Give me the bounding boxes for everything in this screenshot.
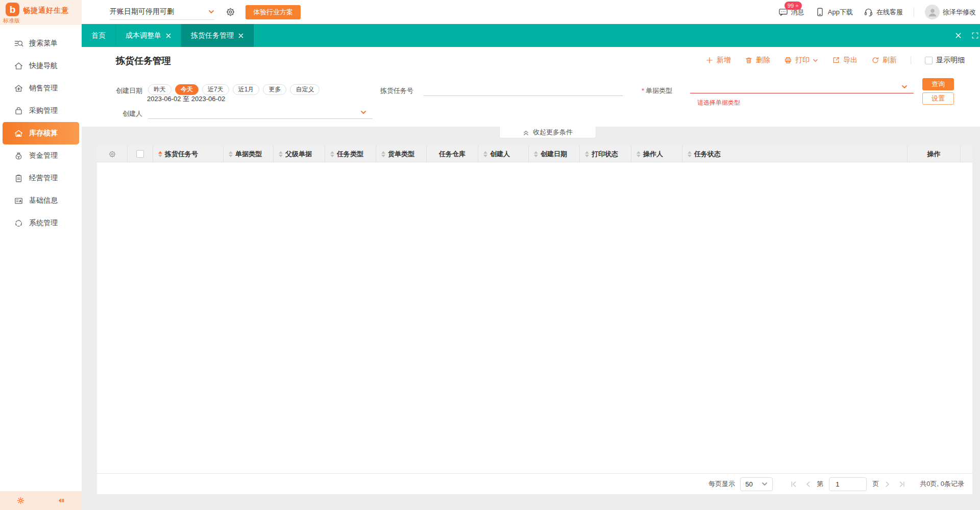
settings-gear-icon[interactable] (16, 496, 25, 505)
sort-icon[interactable] (585, 151, 589, 157)
sidebar-item-base-info[interactable]: 基础信息 (0, 189, 82, 212)
column-config-cell (97, 146, 128, 162)
tab-label: 成本调整单 (126, 31, 161, 40)
logo-block: b 畅捷通好生意 标准版 (0, 0, 82, 25)
sidebar-item-quick-nav[interactable]: 快捷导航 (0, 55, 82, 77)
settings-button[interactable]: 设置 (922, 92, 954, 105)
header-warehouse[interactable]: 任务仓库 (427, 146, 478, 162)
collapse-conditions-button[interactable]: 收起更多条件 (499, 127, 596, 138)
tabbar: 首页 成本调整单 拣货任务管理 (82, 24, 980, 47)
table-header: 拣货任务号 单据类型 父级单据 任务类型 (97, 146, 972, 162)
sort-icon[interactable] (534, 151, 538, 157)
online-support-button[interactable]: 在线客服 (864, 7, 903, 17)
header-creator[interactable]: 创建人 (478, 146, 529, 162)
header-task-status[interactable]: 任务状态 (682, 146, 908, 162)
header-operator[interactable]: 操作人 (631, 146, 682, 162)
shopping-bag-icon (14, 106, 23, 116)
sort-icon[interactable] (483, 151, 487, 157)
tab-home[interactable]: 首页 (82, 24, 116, 47)
sidebar-item-system[interactable]: 系统管理 (0, 212, 82, 234)
sidebar-item-sales[interactable]: 销售管理 (0, 77, 82, 100)
task-no-input[interactable] (424, 83, 623, 93)
range-7days[interactable]: 近7天 (202, 84, 229, 95)
sidebar-item-label: 销售管理 (29, 84, 58, 93)
account-set-select[interactable]: 开账日期可停用可删 (110, 5, 214, 20)
sidebar-item-funds[interactable]: 资金管理 (0, 144, 82, 167)
close-icon[interactable] (166, 33, 171, 38)
first-page-icon[interactable] (790, 480, 797, 488)
brand-name: 畅捷通好生意 (23, 6, 69, 15)
sidebar-item-inventory[interactable]: 库存核算 (3, 122, 79, 144)
page-number-input[interactable]: 1 (829, 477, 867, 491)
refresh-button[interactable]: 刷新 (871, 56, 897, 65)
search-button[interactable]: 查询 (922, 78, 954, 90)
export-button[interactable]: 导出 (832, 56, 857, 65)
sidebar-item-label: 快捷导航 (29, 61, 58, 70)
creator-select[interactable] (148, 106, 373, 119)
tab-picking-task[interactable]: 拣货任务管理 (181, 24, 254, 47)
sort-icon[interactable] (279, 151, 283, 157)
page-number-value: 1 (836, 480, 839, 488)
header-task-no[interactable]: 拣货任务号 (153, 146, 224, 162)
show-detail-checkbox[interactable] (925, 57, 933, 64)
tab-label: 首页 (91, 31, 106, 40)
doc-type-select[interactable] (690, 80, 914, 93)
sidebar-item-purchase[interactable]: 采购管理 (0, 100, 82, 122)
range-yesterday[interactable]: 昨天 (148, 84, 172, 95)
column-config-gear-icon[interactable] (108, 150, 116, 158)
pagination: 每页显示 50 第 1 页 共0页, 0条记录 (97, 473, 972, 494)
last-page-icon[interactable] (898, 480, 906, 488)
gear-icon[interactable] (226, 7, 235, 17)
header-task-type[interactable]: 任务类型 (325, 146, 376, 162)
tab-label: 拣货任务管理 (191, 31, 234, 40)
sort-icon[interactable] (636, 151, 641, 157)
print-button[interactable]: 打印 (784, 56, 818, 65)
trial-plan-button[interactable]: 体验行业方案 (246, 5, 301, 19)
range-custom[interactable]: 自定义 (290, 84, 320, 95)
content: 拣货任务管理 新增 删除 打印 (82, 47, 980, 510)
user-menu[interactable]: 徐泽华修改 (925, 5, 976, 19)
sort-icon[interactable] (381, 151, 385, 157)
topbar-right: 99 + 消息 App下载 在线客服 徐泽华修改 (778, 5, 980, 19)
date-range-value[interactable]: 2023-06-02 至 2023-06-02 (147, 94, 225, 104)
close-all-tabs-icon[interactable] (954, 32, 962, 39)
per-page-select[interactable]: 50 (740, 477, 773, 491)
range-today[interactable]: 今天 (175, 84, 199, 95)
header-doc-type[interactable]: 单据类型 (224, 146, 274, 162)
refresh-icon (871, 56, 879, 64)
select-all-cell (128, 146, 153, 162)
delete-button[interactable]: 删除 (745, 56, 770, 65)
tab-cost-adjust[interactable]: 成本调整单 (116, 24, 181, 47)
header-create-date[interactable]: 创建日期 (529, 146, 580, 162)
required-asterisk: * (642, 87, 644, 94)
sort-icon[interactable] (688, 151, 692, 157)
close-icon[interactable] (238, 33, 243, 38)
printer-icon (784, 56, 792, 64)
show-detail-label: 显示明细 (936, 56, 965, 65)
messages-button[interactable]: 99 + 消息 (778, 7, 804, 17)
sidebar-item-search-menu[interactable]: 搜索菜单 (0, 32, 82, 55)
next-page-icon[interactable] (884, 480, 891, 488)
header-parent-doc[interactable]: 父级单据 (274, 146, 325, 162)
sidebar-item-label: 搜索菜单 (29, 39, 58, 48)
header-cargo-type[interactable]: 货单类型 (376, 146, 427, 162)
header-scroll-stub (961, 146, 972, 162)
avatar (925, 5, 940, 19)
collapse-sidebar-icon[interactable] (57, 496, 65, 505)
header-print-status[interactable]: 打印状态 (580, 146, 631, 162)
sort-icon[interactable] (330, 151, 334, 157)
sort-icon[interactable] (158, 151, 162, 157)
range-more[interactable]: 更多 (263, 84, 286, 95)
select-all-checkbox[interactable] (136, 150, 144, 158)
sort-icon[interactable] (229, 151, 233, 157)
prev-page-icon[interactable] (804, 480, 812, 488)
fullscreen-icon[interactable] (971, 32, 979, 39)
app-download-button[interactable]: App下载 (815, 7, 853, 17)
add-label: 新增 (717, 56, 731, 65)
show-detail-toggle[interactable]: 显示明细 (925, 56, 965, 65)
sidebar-item-operations[interactable]: 经营管理 (0, 167, 82, 189)
app-download-label: App下载 (828, 8, 853, 17)
range-1month[interactable]: 近1月 (233, 84, 260, 95)
add-button[interactable]: 新增 (705, 56, 731, 65)
chevron-down-icon (360, 109, 366, 115)
